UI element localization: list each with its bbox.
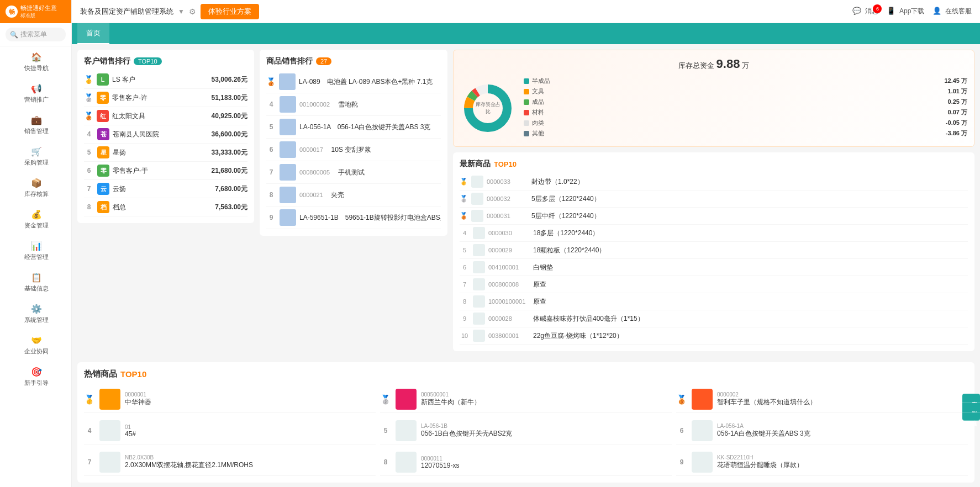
sidebar-item-basics[interactable]: 📋 基础信息 bbox=[0, 267, 71, 298]
sidebar-item-label: 基础信息 bbox=[24, 284, 49, 293]
customer-rank-table: 🥇 L LS 客户 53,006.26元 🥈 零 零售客户-许 51,183.0… bbox=[84, 71, 247, 216]
product-info: LA-59651-1B 59651-1B旋转投影灯电池盒ABS黑色+58克 bbox=[299, 213, 441, 223]
rank-number: 6 bbox=[266, 146, 276, 153]
customer-value: 7,680.00元 bbox=[215, 184, 247, 194]
app-logo-icon: 畅 bbox=[6, 6, 18, 18]
rank-number: 9 bbox=[460, 315, 470, 322]
customer-value: 40,925.00元 bbox=[212, 112, 247, 121]
sidebar-item-system[interactable]: ⚙️ 系统管理 bbox=[0, 298, 71, 330]
product-name: 056-1A白色按键开关盖ABS 3克 bbox=[717, 429, 968, 438]
settings-gear-icon[interactable]: ⚙ bbox=[189, 7, 196, 16]
tab-home[interactable]: 首页 bbox=[77, 23, 109, 44]
sidebar-item-marketing[interactable]: 📢 营销推广 bbox=[0, 78, 71, 109]
table-row: 8 档 档总 7,563.00元 bbox=[84, 198, 247, 216]
online-service-label: 在线客服 bbox=[945, 7, 972, 15]
rank-number: 5 bbox=[84, 149, 94, 156]
product-code: 004100001 bbox=[488, 264, 530, 271]
sidebar-item-finance[interactable]: 💰 资金管理 bbox=[0, 204, 71, 235]
sidebar-item-home[interactable]: 🏠 快捷导航 bbox=[0, 46, 71, 78]
product-name: 056-1B白色按键开关壳ABS2克 bbox=[421, 429, 672, 438]
product-code: 0000028 bbox=[488, 315, 530, 322]
online-service-button[interactable]: 👤 在线客服 bbox=[932, 7, 972, 16]
legend-name: 其他 bbox=[532, 129, 943, 137]
product-code: NB2.0X30B bbox=[125, 454, 376, 460]
product-image bbox=[692, 389, 713, 410]
app-download-button[interactable]: 📱 App下载 bbox=[887, 7, 924, 16]
collab-icon: 🤝 bbox=[31, 335, 42, 346]
operations-icon: 📊 bbox=[31, 241, 42, 251]
page-body: 客户销售排行 TOP10 🥇 L LS 客户 53,006.26元 bbox=[72, 44, 980, 487]
legend-color-dot bbox=[524, 89, 529, 94]
product-image bbox=[692, 420, 713, 441]
app-sub: 标准版 bbox=[20, 12, 57, 19]
product-name: 花语萌恒温分腿睡袋（厚款） bbox=[717, 460, 968, 470]
medal-gold-icon: 🥇 bbox=[84, 75, 93, 84]
medal-gold-icon: 🥇 bbox=[460, 178, 468, 186]
product-thumb bbox=[473, 261, 485, 273]
sidebar-item-operations[interactable]: 📊 经营管理 bbox=[0, 235, 71, 267]
product-image bbox=[280, 141, 296, 158]
product-info: 000500001 新西兰牛肉（新牛） bbox=[421, 391, 672, 407]
product-name: LA-59651-1B 59651-1B旋转投影灯电池盒ABS黑色+58克 bbox=[299, 214, 441, 221]
float-btn-service[interactable]: 客服热线 bbox=[962, 394, 980, 403]
rank-number: 5 bbox=[266, 123, 276, 131]
inventory-unit: 万 bbox=[742, 61, 749, 70]
system-icon: ⚙️ bbox=[31, 304, 42, 314]
sidebar-item-guide[interactable]: 🎯 新手引导 bbox=[0, 361, 71, 393]
sidebar-item-sales[interactable]: 💼 销售管理 bbox=[0, 109, 71, 141]
dropdown-arrow-icon[interactable]: ▼ bbox=[178, 8, 185, 15]
float-btn-community[interactable]: 服务社区 bbox=[962, 403, 980, 412]
product-code: 003800001 bbox=[488, 332, 530, 339]
list-item: 6 004100001 白钢垫 bbox=[460, 259, 968, 276]
message-button[interactable]: 💬 6 消息 bbox=[852, 7, 879, 16]
product-code: 0000029 bbox=[488, 247, 530, 253]
list-item: 5 LA-056-1B 056-1B白色按键开关壳ABS2克 bbox=[380, 417, 672, 444]
legend-color-dot bbox=[524, 110, 529, 115]
product-info: 0000021 夹壳 bbox=[299, 190, 441, 200]
customer-name: 苍南县人民医院 bbox=[113, 130, 208, 139]
table-row: 5 星 星扬 33,333.00元 bbox=[84, 144, 247, 162]
legend-name: 肉类 bbox=[532, 119, 943, 127]
sidebar-search-section[interactable]: 🔍 搜索菜单 bbox=[0, 23, 71, 46]
sidebar-item-label: 快捷导航 bbox=[24, 64, 49, 72]
customer-ranking-card: 客户销售排行 TOP10 🥇 L LS 客户 53,006.26元 bbox=[77, 50, 254, 223]
legend-color-dot bbox=[524, 78, 529, 84]
product-thumb bbox=[473, 330, 485, 342]
new-products-badge: TOP10 bbox=[494, 160, 517, 168]
medal-bronze-icon: 🥉 bbox=[266, 77, 276, 86]
product-name: 夹壳 bbox=[331, 191, 344, 199]
product-ranking-badge: 27 bbox=[316, 57, 331, 65]
sidebar-item-label: 经营管理 bbox=[24, 253, 49, 261]
table-row: 🥇 L LS 客户 53,006.26元 bbox=[84, 71, 247, 89]
search-menu-button[interactable]: 🔍 搜索菜单 bbox=[6, 28, 66, 41]
customer-name: 星扬 bbox=[113, 148, 208, 157]
table-row: 4 苍 苍南县人民医院 36,600.00元 bbox=[84, 125, 247, 144]
medal-bronze-icon: 🥉 bbox=[676, 394, 687, 405]
product-code: 0000002 bbox=[717, 391, 968, 398]
product-info: 001000002 雪地靴 bbox=[299, 100, 441, 109]
product-name: 5层多层（1220*2440） bbox=[531, 194, 968, 204]
table-row: 7 000800005 手机测试 bbox=[266, 161, 441, 184]
main-area: 客户销售排行 TOP10 🥇 L LS 客户 53,006.26元 bbox=[72, 44, 980, 487]
rank-number: 7 bbox=[460, 281, 470, 288]
product-image bbox=[396, 420, 417, 441]
finance-icon: 💰 bbox=[31, 209, 42, 220]
product-thumb bbox=[473, 313, 485, 325]
product-name: 雪地靴 bbox=[338, 100, 358, 108]
trial-button[interactable]: 体验行业方案 bbox=[201, 4, 259, 19]
product-code: 0000033 bbox=[487, 178, 528, 185]
new-products-title: 最新商品 TOP10 bbox=[460, 159, 968, 169]
list-item: 6 LA-056-1A 056-1A白色按键开关盖ABS 3克 bbox=[676, 417, 968, 444]
medal-silver-icon: 🥈 bbox=[84, 93, 93, 102]
inventory-title: 库存总资金 bbox=[678, 61, 714, 70]
main-content: 装备及固定资产辅助管理系统 ▼ ⚙ 体验行业方案 💬 6 消息 📱 App下载 … bbox=[72, 0, 980, 487]
sidebar-item-collab[interactable]: 🤝 企业协同 bbox=[0, 330, 71, 361]
sidebar-item-purchase[interactable]: 🛒 采购管理 bbox=[0, 141, 71, 172]
float-btn-live[interactable]: 直播 bbox=[962, 412, 980, 421]
purchase-icon: 🛒 bbox=[31, 146, 42, 157]
product-code: LA-056-1A bbox=[717, 423, 968, 429]
legend-name: 材料 bbox=[532, 108, 945, 117]
sidebar-item-inventory[interactable]: 📦 库存核算 bbox=[0, 172, 71, 204]
list-item: 7 NB2.0X30B 2.0X30MM双摆花轴,摆花直径2.1MM/ROHS bbox=[84, 449, 376, 476]
rank-number: 6 bbox=[84, 167, 94, 174]
